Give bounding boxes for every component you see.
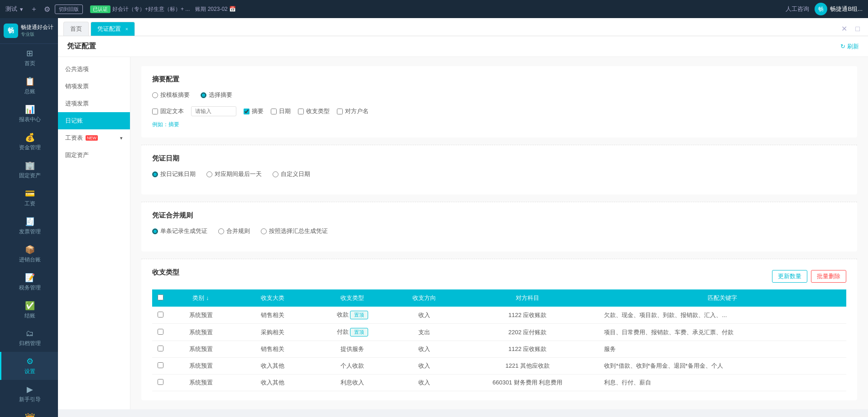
voucher-date-radio-custom-input[interactable] — [273, 171, 278, 177]
summary-radio-template-label: 按模板摘要 — [160, 91, 190, 99]
merge-radio-single-input[interactable] — [152, 228, 158, 234]
sidebar-item-tax[interactable]: 📝 税务管理 — [0, 268, 58, 296]
home-icon: ⊞ — [26, 48, 33, 58]
refresh-button[interactable]: ↻ 刷新 — [840, 43, 859, 51]
left-nav-purchase-invoice-label: 进项发票 — [65, 100, 89, 108]
sidebar-item-funds[interactable]: 💰 资金管理 — [0, 128, 58, 156]
reports-icon: 📊 — [25, 104, 35, 114]
merge-radio-merge[interactable]: 合并规则 — [218, 227, 250, 235]
purchase-sales-icon: 📦 — [25, 245, 35, 255]
voucher-date-radio-journal[interactable]: 按日记账日期 — [152, 170, 196, 178]
row5-checkbox[interactable] — [158, 379, 163, 385]
merge-radio-single[interactable]: 单条记录生成凭证 — [152, 227, 207, 235]
company-dropdown-icon[interactable]: ▾ — [20, 6, 23, 13]
row1-checkbox[interactable] — [158, 312, 163, 317]
sidebar-item-salary[interactable]: 💳 工资 — [0, 184, 58, 212]
summary-radio-template[interactable]: 按模板摘要 — [152, 91, 190, 99]
add-icon[interactable]: ＋ — [29, 4, 39, 15]
settings-icon[interactable]: ⚙ — [42, 4, 52, 14]
merge-rules-radio-group: 单条记录生成凭证 合并规则 按照选择汇总生成凭证 — [152, 227, 846, 235]
table-row: 系统预置 收入其他 利息收入 收入 660301 财务费用 利息费用 利息、行付… — [152, 374, 846, 391]
sidebar-item-purchase-sales[interactable]: 📦 进销台账 — [0, 240, 58, 268]
left-nav-payroll[interactable]: 工资表 NEW ▾ — [58, 129, 130, 147]
config-content: 摘要配置 按模板摘要 选择摘要 — [130, 57, 868, 409]
checkbox-date[interactable]: 日期 — [271, 107, 291, 115]
left-nav-public[interactable]: 公共选项 — [58, 61, 130, 78]
checkbox-summary-input[interactable] — [244, 109, 249, 114]
tab-close-icon[interactable]: × — [125, 26, 128, 32]
sidebar-item-invoice[interactable]: 🧾 发票管理 — [0, 212, 58, 240]
sidebar-item-closing[interactable]: ✅ 结账 — [0, 296, 58, 324]
member-icon: 👑 — [25, 412, 35, 417]
summary-radio-select-input[interactable] — [201, 92, 206, 98]
row4-keyword: 收到*借款、收到*备用金、退回*备用金、个人 — [599, 358, 846, 374]
sidebar-label-tax: 税务管理 — [19, 284, 41, 292]
left-nav-purchase-invoice[interactable]: 进项发票 — [58, 95, 130, 112]
sidebar-item-settings[interactable]: ⚙ 设置 — [0, 352, 58, 380]
checkbox-counterpart-name[interactable]: 对方户名 — [337, 107, 369, 115]
left-nav-sales-invoice[interactable]: 销项发票 — [58, 78, 130, 95]
switch-version-button[interactable]: 切到旧版 — [55, 5, 83, 14]
voucher-date-radio-custom[interactable]: 自定义日期 — [273, 170, 310, 178]
th-checkbox — [152, 289, 169, 307]
left-nav-journal[interactable]: 日记账 — [58, 112, 130, 129]
sidebar-item-member[interactable]: 👑 畅会员 — [0, 408, 58, 417]
tab-bar: 首页 凭证配置 × ✕ □ — [58, 18, 868, 36]
batch-delete-button[interactable]: 批量删除 — [811, 270, 846, 283]
tab-home[interactable]: 首页 — [63, 22, 89, 36]
voucher-date-radio-journal-label: 按日记账日期 — [160, 170, 196, 178]
checkbox-fixed-text[interactable]: 固定文本 — [152, 107, 184, 115]
left-nav: 公共选项 销项发票 进项发票 日记账 工资表 NEW ▾ — [58, 57, 130, 409]
merge-radio-merge-input[interactable] — [218, 228, 224, 234]
update-count-button[interactable]: 更新数量 — [772, 270, 807, 283]
checkbox-counterpart-name-input[interactable] — [337, 109, 343, 114]
left-nav-fixed-assets[interactable]: 固定资产 — [58, 147, 130, 164]
checkbox-fixed-text-input[interactable] — [152, 109, 158, 114]
checkbox-summary[interactable]: 摘要 — [244, 107, 264, 115]
row3-account: 1122 应收账款 — [456, 341, 599, 358]
fixed-text-input[interactable] — [191, 106, 236, 116]
row4-checkbox[interactable] — [158, 362, 163, 368]
window-maximize-button[interactable]: □ — [853, 24, 863, 34]
row4-sub-type: 个人收款 — [312, 358, 392, 374]
select-all-checkbox[interactable] — [158, 294, 163, 300]
row2-tag-button[interactable]: 置顶 — [350, 328, 368, 336]
support-label[interactable]: 人工咨询 — [786, 5, 809, 13]
left-nav-payroll-label: 工资表 — [65, 134, 83, 142]
sidebar-label-invoice: 发票管理 — [19, 228, 41, 236]
table-row: 系统预置 销售相关 收款 置顶 收入 1122 应收账款 欠款、现金、项目款、到… — [152, 307, 846, 324]
row2-checkbox[interactable] — [158, 329, 163, 335]
left-nav-journal-label: 日记账 — [65, 117, 83, 125]
user-name-text: 畅捷通B组... — [830, 5, 863, 13]
tab-voucher-config[interactable]: 凭证配置 × — [91, 22, 135, 36]
voucher-date-radio-journal-input[interactable] — [152, 171, 158, 177]
voucher-date-radio-period-last-input[interactable] — [206, 171, 212, 177]
tab-voucher-config-label: 凭证配置 — [97, 25, 121, 32]
sidebar-item-ledger[interactable]: 📋 总账 — [0, 72, 58, 100]
summary-radio-template-input[interactable] — [152, 92, 158, 98]
checkbox-date-input[interactable] — [271, 109, 277, 114]
voucher-date-radio-period-last[interactable]: 对应期间最后一天 — [206, 170, 262, 178]
row2-keyword: 项目、日常费用、报销款、车费、承兑汇票、付款 — [599, 324, 846, 341]
merge-radio-summary[interactable]: 按照选择汇总生成凭证 — [261, 227, 328, 235]
checkbox-income-expense-type[interactable]: 收支类型 — [298, 107, 330, 115]
row3-checkbox[interactable] — [158, 346, 163, 351]
user-avatar[interactable]: 畅 畅捷通B组... — [815, 3, 863, 15]
window-close-button[interactable]: ✕ — [839, 24, 850, 34]
checkbox-income-expense-type-input[interactable] — [298, 109, 304, 114]
sidebar-item-reports[interactable]: 📊 报表中心 — [0, 100, 58, 128]
summary-radio-select[interactable]: 选择摘要 — [201, 91, 232, 99]
sidebar-label-ledger: 总账 — [24, 88, 35, 95]
sidebar-item-guide[interactable]: ▶ 新手引导 — [0, 380, 58, 408]
table-header: 收支类型 更新数量 批量删除 — [152, 268, 846, 284]
row1-tag-button[interactable]: 置顶 — [350, 311, 368, 319]
sidebar-item-assets[interactable]: 🏢 固定资产 — [0, 156, 58, 184]
sidebar-item-home[interactable]: ⊞ 首页 — [0, 44, 58, 72]
sidebar-item-archive[interactable]: 🗂 归档管理 — [0, 324, 58, 352]
company-name: 测试 — [5, 5, 17, 13]
merge-radio-summary-input[interactable] — [261, 228, 267, 234]
th-category[interactable]: 类别 ↓ — [169, 289, 233, 307]
sidebar-label-salary: 工资 — [24, 200, 35, 208]
top-bar-actions: ＋ ⚙ 切到旧版 — [29, 4, 83, 15]
payroll-arrow-icon: ▾ — [120, 135, 123, 141]
